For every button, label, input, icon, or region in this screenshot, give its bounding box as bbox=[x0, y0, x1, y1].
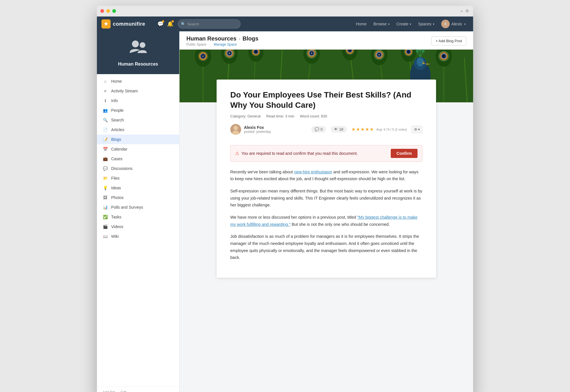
svg-point-37 bbox=[407, 50, 410, 53]
sidebar-item-videos[interactable]: 🎬 Videos bbox=[97, 222, 179, 231]
blogs-icon: 📝 bbox=[103, 137, 108, 142]
article-meta: Category: General Read time: 3 min Word … bbox=[230, 114, 422, 118]
sidebar-item-ideas[interactable]: 💡 Ideas bbox=[97, 183, 179, 193]
author-name[interactable]: Alexis Fox bbox=[244, 125, 271, 130]
previous-post-link[interactable]: "My biggest challenge is to make my work… bbox=[230, 215, 418, 227]
brand-name: communifire bbox=[113, 21, 145, 27]
sidebar-item-polls[interactable]: 📊 Polls and Surveys bbox=[97, 202, 179, 212]
comment-icon: 💬 bbox=[315, 127, 319, 131]
article-title: Do Your Employees Use Their Best Skills?… bbox=[230, 90, 422, 111]
avatar: A bbox=[441, 20, 450, 28]
sidebar: Human Resources ⌂ Home ≡ Activity Stream… bbox=[97, 31, 180, 392]
nav-home[interactable]: Home bbox=[353, 21, 369, 27]
global-search-bar[interactable]: 🔍 bbox=[178, 19, 241, 29]
sidebar-item-activity[interactable]: ≡ Activity Stream bbox=[97, 86, 179, 96]
comments-stat: 💬 0 bbox=[311, 126, 326, 133]
blog-container: Do Your Employees Use Their Best Skills?… bbox=[180, 50, 473, 392]
star-rating[interactable]: ★ ★ ★ ★ ★ bbox=[351, 127, 374, 132]
sidebar-item-tasks[interactable]: ✅ Tasks bbox=[97, 212, 179, 222]
sidebar-item-cases[interactable]: 💼 Cases bbox=[97, 154, 179, 164]
top-navigation: communifire 💬 🔔 🔍 Home Browse ▾ bbox=[97, 17, 473, 31]
manage-space-link[interactable]: Manage Space bbox=[214, 42, 237, 46]
breadcrumb-space[interactable]: Human Resources bbox=[186, 35, 237, 42]
bell-icon[interactable]: 🔔 bbox=[167, 21, 173, 27]
svg-point-20 bbox=[229, 52, 230, 54]
svg-point-46 bbox=[424, 62, 425, 63]
search-input[interactable] bbox=[187, 22, 237, 26]
search-icon: 🔍 bbox=[181, 22, 186, 26]
sidebar-item-search[interactable]: 🔍 Search bbox=[97, 115, 179, 125]
sidebar-item-wiki[interactable]: 📖 Wiki bbox=[97, 231, 179, 241]
info-icon: ℹ bbox=[103, 98, 108, 103]
nav-spaces[interactable]: Spaces ▾ bbox=[415, 21, 437, 27]
sidebar-label-discussions: Discussions bbox=[111, 166, 133, 171]
views-icon: 👁 bbox=[334, 127, 338, 131]
nav-icon-group: 💬 🔔 bbox=[157, 21, 173, 27]
sidebar-banner: Human Resources bbox=[97, 31, 179, 74]
sidebar-item-blogs[interactable]: 📝 Blogs bbox=[97, 135, 179, 144]
article-card: Do Your Employees Use Their Best Skills?… bbox=[217, 80, 436, 278]
rating-section: ★ ★ ★ ★ ★ Avg: 4.74 / 5 (2 votes) bbox=[351, 127, 407, 132]
maximize-button[interactable] bbox=[112, 9, 116, 13]
space-icon bbox=[128, 39, 148, 59]
space-visibility: Public Space bbox=[186, 42, 206, 46]
sidebar-item-discussions[interactable]: 💬 Discussions bbox=[97, 164, 179, 173]
article-paragraph-3: We have more or less discussed her optio… bbox=[230, 214, 422, 228]
sidebar-label-home: Home bbox=[111, 79, 122, 84]
svg-point-34 bbox=[378, 54, 380, 56]
svg-point-52 bbox=[422, 50, 425, 52]
confirm-button[interactable]: Confirm bbox=[391, 149, 418, 158]
article-settings-button[interactable]: ⚙ ▾ bbox=[412, 126, 422, 133]
sidebar-item-calendar[interactable]: 📅 Calendar bbox=[97, 144, 179, 154]
nav-user[interactable]: A Alexis ▾ bbox=[438, 19, 469, 29]
alert-text: ⚠ You are required to read and confirm t… bbox=[235, 151, 358, 156]
nav-browse[interactable]: Browse ▾ bbox=[370, 21, 392, 27]
svg-point-1 bbox=[140, 42, 145, 48]
sidebar-item-articles[interactable]: 📄 Articles bbox=[97, 125, 179, 135]
star-2: ★ bbox=[356, 127, 360, 132]
brand-icon bbox=[101, 19, 111, 29]
polls-icon: 📊 bbox=[103, 205, 108, 210]
sidebar-label-ideas: Ideas bbox=[111, 186, 121, 190]
new-hire-link[interactable]: new-hire enthusiasm bbox=[294, 170, 332, 174]
discussions-icon: 💬 bbox=[103, 166, 108, 171]
sidebar-item-home[interactable]: ⌂ Home bbox=[97, 76, 179, 86]
edit-link[interactable]: Edit bbox=[121, 390, 127, 392]
sidebar-item-files[interactable]: 📁 Files bbox=[97, 173, 179, 183]
minimize-button[interactable] bbox=[106, 9, 110, 13]
sidebar-label-blogs: Blogs bbox=[111, 137, 121, 142]
nav-create[interactable]: Create ▾ bbox=[394, 21, 414, 27]
close-button[interactable] bbox=[100, 9, 104, 13]
plus-icon[interactable]: + bbox=[461, 9, 463, 13]
settings-gear-icon[interactable]: ⚙ bbox=[465, 9, 469, 13]
sidebar-item-info[interactable]: ℹ Info bbox=[97, 96, 179, 105]
sidebar-label-cases: Cases bbox=[111, 157, 123, 161]
sidebar-item-photos[interactable]: 🖼 Photos bbox=[97, 193, 179, 202]
chat-icon[interactable]: 💬 bbox=[157, 21, 164, 27]
sidebar-footer: Add Tab · Edit bbox=[97, 387, 179, 392]
sidebar-label-articles: Articles bbox=[111, 127, 124, 132]
comments-count: 0 bbox=[321, 127, 323, 131]
author-posted: posted: yesterday bbox=[244, 130, 271, 134]
add-blog-post-button[interactable]: + Add Blog Post bbox=[431, 36, 466, 45]
svg-point-0 bbox=[132, 40, 139, 47]
warning-icon: ⚠ bbox=[235, 151, 239, 156]
settings-chevron-icon: ▾ bbox=[418, 127, 420, 131]
people-icon: 👥 bbox=[103, 108, 108, 113]
sidebar-label-activity: Activity Stream bbox=[111, 89, 138, 93]
sidebar-label-videos: Videos bbox=[111, 224, 123, 229]
sidebar-label-polls: Polls and Surveys bbox=[111, 205, 143, 210]
views-stat: 👁 18 bbox=[331, 126, 347, 133]
add-tab-link[interactable]: Add Tab bbox=[103, 390, 115, 392]
author-avatar bbox=[230, 124, 241, 135]
author-info: Alexis Fox posted: yesterday bbox=[230, 124, 271, 135]
svg-point-27 bbox=[311, 52, 312, 54]
calendar-icon: 📅 bbox=[103, 147, 108, 151]
app-window: + ⚙ communifire 💬 🔔 🔍 bbox=[97, 6, 473, 392]
home-icon: ⌂ bbox=[103, 79, 108, 84]
author-details: Alexis Fox posted: yesterday bbox=[244, 125, 271, 134]
footer-dot: · bbox=[117, 390, 118, 392]
sidebar-item-people[interactable]: 👥 People bbox=[97, 105, 179, 115]
star-half: ★ bbox=[370, 127, 374, 132]
content-header: Human Resources › Blogs Public Space · M… bbox=[180, 31, 473, 50]
